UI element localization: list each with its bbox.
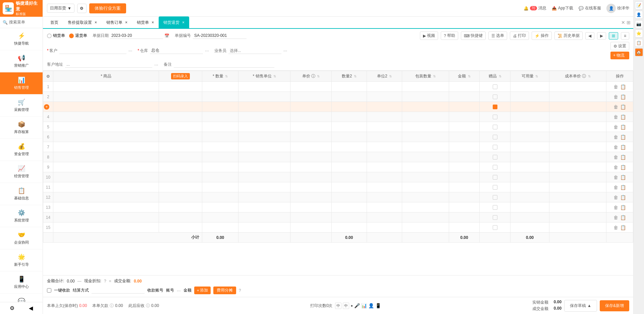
cost-cell-13[interactable] — [549, 202, 606, 212]
amount-cell-12[interactable] — [449, 192, 480, 202]
unit-cell-12[interactable] — [238, 192, 290, 202]
unit2-cell-12[interactable] — [367, 192, 402, 202]
trial-btn[interactable]: 体验行业方案 — [89, 3, 126, 13]
price-cell-7[interactable] — [290, 142, 331, 152]
pkg-cell-1[interactable] — [402, 82, 449, 92]
calendar-icon[interactable]: 📅 — [164, 34, 169, 38]
gift-cell-1[interactable] — [480, 82, 511, 92]
unit-cell-3[interactable] — [238, 102, 290, 112]
delete-icon-14[interactable]: 🗑 — [613, 215, 618, 220]
goods-cell-12[interactable] — [53, 192, 159, 202]
gift-cb-15[interactable] — [493, 225, 497, 230]
amount-cell-2[interactable] — [449, 92, 480, 102]
goods-cell-11[interactable] — [53, 182, 159, 192]
qty-cell-11[interactable] — [202, 182, 238, 192]
sidebar-item-appstore[interactable]: 📱 应用中心 — [0, 271, 43, 294]
available-cell-15[interactable] — [511, 223, 549, 233]
customer-input[interactable] — [59, 48, 126, 54]
qty2-cell-1[interactable] — [331, 82, 367, 92]
topbar-settings-btn[interactable]: ⚙ — [77, 4, 87, 13]
unit2-cell-9[interactable] — [367, 162, 402, 172]
debt-icon[interactable]: ⓘ — [110, 303, 114, 309]
rp-btn-3[interactable]: 📷 — [635, 20, 643, 28]
cost-cell-14[interactable] — [549, 212, 606, 223]
scan-cell-6[interactable] — [159, 132, 202, 142]
unit-cell-4[interactable] — [238, 112, 290, 122]
gift-cb-11[interactable] — [493, 185, 497, 190]
gift-cell-7[interactable] — [480, 142, 511, 152]
delete-icon-15[interactable]: 🗑 — [613, 225, 618, 230]
unit2-cell-1[interactable] — [367, 82, 402, 92]
unit2-cell-4[interactable] — [367, 112, 402, 122]
goods-cell-8[interactable] — [53, 152, 159, 162]
rp-btn-4[interactable]: ⭐ — [635, 29, 643, 38]
sidebar-item-finance[interactable]: 💰 资金管理 — [0, 139, 43, 161]
amount-cell-5[interactable] — [449, 122, 480, 132]
unit2-cell-13[interactable] — [367, 202, 402, 212]
price-cell-1[interactable] — [290, 82, 331, 92]
qty-sort-icon[interactable]: ⇅ — [225, 74, 228, 78]
cost-cell-6[interactable] — [549, 132, 606, 142]
warehouse-more-btn[interactable]: ··· — [205, 48, 209, 53]
history-btn[interactable]: 📜 历史单据 — [554, 32, 583, 40]
address-input[interactable] — [65, 61, 152, 68]
cost-cell-15[interactable] — [549, 223, 606, 233]
unit-cell-7[interactable] — [238, 142, 290, 152]
account-more-btn[interactable]: ··· — [177, 288, 181, 293]
gift-cell-13[interactable] — [480, 202, 511, 212]
qty2-cell-6[interactable] — [331, 132, 367, 142]
qty2-cell-9[interactable] — [331, 162, 367, 172]
gift-cell-5[interactable] — [480, 122, 511, 132]
sidebar-item-inventory[interactable]: 📦 库存核算 — [0, 117, 43, 139]
unit-cell-11[interactable] — [238, 182, 290, 192]
pkg-cell-14[interactable] — [402, 212, 449, 223]
next-btn[interactable]: ▶ — [597, 32, 606, 40]
unit-cell-5[interactable] — [238, 122, 290, 132]
qty-cell-14[interactable] — [202, 212, 238, 223]
unit2-cell-7[interactable] — [367, 142, 402, 152]
scan-cell-9[interactable] — [159, 162, 202, 172]
goods-cell-1[interactable] — [53, 82, 159, 92]
gift-cell-9[interactable] — [480, 162, 511, 172]
scan-cell-2[interactable] — [159, 92, 202, 102]
gift-cb-5[interactable] — [493, 125, 497, 129]
unit-cell-8[interactable] — [238, 152, 290, 162]
goods-cell-10[interactable] — [53, 172, 159, 182]
price-cell-4[interactable] — [290, 112, 331, 122]
goods-cell-13[interactable] — [53, 202, 159, 212]
gift-cb-6[interactable] — [493, 135, 497, 139]
gift-cell-10[interactable] — [480, 172, 511, 182]
tab-home[interactable]: 首页 — [46, 16, 63, 28]
sidebar-item-basic[interactable]: 📋 基础信息 — [0, 183, 43, 205]
qty-cell-12[interactable] — [202, 192, 238, 202]
amount-cell-14[interactable] — [449, 212, 480, 223]
industry-select[interactable]: 日用百货 ▼ — [47, 4, 74, 13]
qty2-cell-15[interactable] — [331, 223, 367, 233]
fee-split-btn[interactable]: 费用分摊 — [213, 287, 236, 294]
goods-cell-15[interactable] — [53, 223, 159, 233]
copy-icon-5[interactable]: 📋 — [620, 124, 626, 130]
pkg-cell-12[interactable] — [402, 192, 449, 202]
note-input[interactable] — [174, 61, 274, 68]
gift-cell-14[interactable] — [480, 212, 511, 223]
sidebar-item-wechat[interactable]: 💬 企业微信 — [0, 294, 43, 302]
cost-cell-2[interactable] — [549, 92, 606, 102]
scan-cell-15[interactable] — [159, 223, 202, 233]
available-cell-6[interactable] — [511, 132, 549, 142]
goods-input-3[interactable] — [55, 105, 157, 109]
rp-btn-2[interactable]: 👤 — [635, 11, 643, 19]
scan-cell-7[interactable] — [159, 142, 202, 152]
copy-icon-15[interactable]: 📋 — [620, 225, 626, 230]
prev-btn[interactable]: ◀ — [585, 32, 594, 40]
print-btn[interactable]: 🖨 打印 — [510, 32, 529, 40]
qty-cell-1[interactable] — [202, 82, 238, 92]
amount-cell-1[interactable] — [449, 82, 480, 92]
date-input[interactable] — [110, 33, 163, 39]
unit2-cell-15[interactable] — [367, 223, 402, 233]
copy-icon-10[interactable]: 📋 — [620, 175, 626, 180]
pkg-cell-8[interactable] — [402, 152, 449, 162]
docnum-input[interactable] — [193, 33, 247, 39]
pkg-cell-15[interactable] — [402, 223, 449, 233]
download-btn[interactable]: 📥 App下载 — [552, 5, 573, 11]
copy-icon-11[interactable]: 📋 — [620, 185, 626, 190]
